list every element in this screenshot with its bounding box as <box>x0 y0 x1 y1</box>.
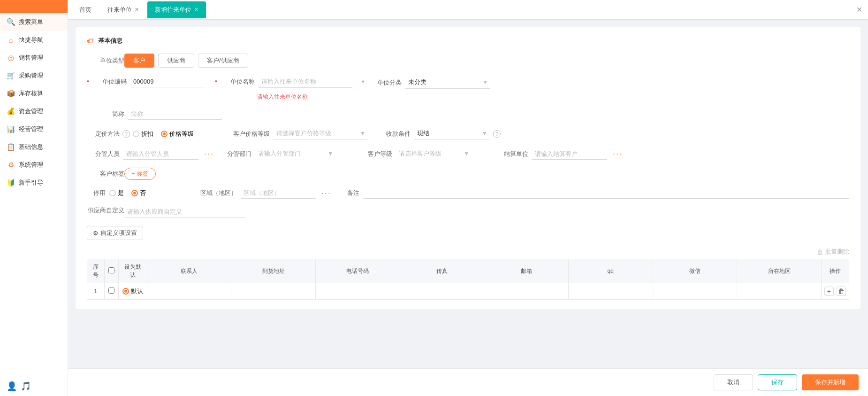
sidebar-item-quick-nav[interactable]: ⌂ 快捷导航 <box>0 31 68 49</box>
customer-level-select[interactable]: 请选择客户等级 ▼ <box>396 148 471 160</box>
default-radio-item[interactable]: 默认 <box>122 287 144 295</box>
th-region: 所在地区 <box>737 259 822 283</box>
sidebar-item-guide[interactable]: 🔰 新手引导 <box>0 174 68 192</box>
department-group: 分管部门 请输入分管部门 ▼ <box>223 148 355 160</box>
department-select[interactable]: 请输入分管部门 ▼ <box>255 148 335 160</box>
manager-more-icon[interactable]: ··· <box>204 149 214 159</box>
tabs-bar: 首页 往来单位 ✕ 新增往来单位 ✕ ✕ <box>68 0 868 20</box>
th-email: 邮箱 <box>484 259 569 283</box>
td-wechat[interactable] <box>653 283 737 300</box>
td-address[interactable] <box>231 283 316 300</box>
td-contact[interactable] <box>147 283 231 300</box>
contact-table-section: 🗑 批量删除 序号 设为默认 联系人 到货地址 电话号码 传真 <box>87 248 849 300</box>
region-input[interactable] <box>241 187 316 199</box>
sidebar-item-label: 搜索菜单 <box>19 18 43 26</box>
home-icon: ⌂ <box>7 36 15 44</box>
sidebar-item-label: 快捷导航 <box>19 36 43 44</box>
add-tag-button[interactable]: + 标签 <box>124 168 156 180</box>
region-input-cell[interactable] <box>740 288 818 295</box>
th-wechat: 微信 <box>653 259 737 283</box>
sidebar-item-purchase[interactable]: 🛒 采购管理 <box>0 67 68 85</box>
td-phone[interactable] <box>316 283 400 300</box>
tab-partner-close[interactable]: ✕ <box>135 7 139 13</box>
cancel-button[interactable]: 取消 <box>714 374 753 390</box>
tag-label: 客户标签 <box>87 170 124 178</box>
sidebar-item-inventory[interactable]: 📦 库存核算 <box>0 85 68 102</box>
th-phone: 电话号码 <box>316 259 400 283</box>
customer-price-label: 客户价格等级 <box>228 130 270 138</box>
settlement-input[interactable] <box>532 148 607 160</box>
tab-home[interactable]: 首页 <box>72 1 99 18</box>
search-icon: 🔍 <box>7 18 15 26</box>
remark-input[interactable] <box>363 187 849 199</box>
add-row-button[interactable]: + <box>824 287 834 296</box>
short-name-label: 简称 <box>87 110 124 118</box>
email-input[interactable] <box>487 288 565 295</box>
category-arrow-icon: ▼ <box>482 79 488 85</box>
sidebar-item-operations[interactable]: 📊 经营管理 <box>0 120 68 138</box>
row-checkbox[interactable] <box>108 287 114 294</box>
row-action-buttons: + 🗑 <box>824 287 846 296</box>
disable-radio-no[interactable]: 否 <box>131 189 146 197</box>
pricing-radio-discount[interactable]: 折扣 <box>133 130 153 138</box>
contact-input[interactable] <box>150 288 228 295</box>
disable-region-remark-row: 停用 是 否 区域（地区） <box>87 187 849 199</box>
tab-new-partner[interactable]: 新增往来单位 ✕ <box>147 1 206 18</box>
qq-input[interactable] <box>571 288 650 295</box>
manager-input[interactable] <box>123 148 198 160</box>
section-header: 🏷 基本信息 <box>87 37 849 45</box>
sidebar-item-search[interactable]: 🔍 搜索菜单 <box>0 13 68 31</box>
sidebar-music-icon[interactable]: 🎵 <box>21 381 31 391</box>
custom-settings-button[interactable]: ⚙ 自定义项设置 <box>87 226 143 240</box>
sidebar-item-basic-info[interactable]: 📋 基础信息 <box>0 138 68 156</box>
code-input[interactable] <box>130 76 206 87</box>
close-all-tabs[interactable]: ✕ <box>854 3 864 16</box>
disable-label: 停用 <box>87 189 106 197</box>
td-qq[interactable] <box>568 283 653 300</box>
save-new-button[interactable]: 保存并新增 <box>802 374 859 390</box>
settlement-more-icon[interactable]: ··· <box>613 149 623 159</box>
sidebar-item-sales[interactable]: ◎ 销售管理 <box>0 49 68 67</box>
wechat-input[interactable] <box>656 288 734 295</box>
short-name-input[interactable] <box>128 109 222 120</box>
price-level-radio-circle <box>161 131 168 137</box>
batch-delete-button[interactable]: 🗑 批量删除 <box>817 248 849 256</box>
region-more-icon[interactable]: ··· <box>321 188 331 198</box>
short-name-group: 简称 <box>87 109 222 120</box>
payment-help-icon[interactable]: ? <box>493 130 501 138</box>
phone-input[interactable] <box>319 288 397 295</box>
category-value: 未分类 <box>408 78 482 86</box>
sidebar-user-icon[interactable]: 👤 <box>7 381 17 391</box>
supplier-custom-label: 供应商自定义 <box>87 206 124 215</box>
region-label: 区域（地区） <box>199 189 237 197</box>
btn-customer[interactable]: 客户 <box>124 54 154 68</box>
td-email[interactable] <box>484 283 569 300</box>
td-region[interactable] <box>737 283 822 300</box>
btn-both[interactable]: 客户/供应商 <box>198 54 248 68</box>
customer-price-select[interactable]: 请选择客户价格等级 ▼ <box>274 127 367 140</box>
btn-supplier[interactable]: 供应商 <box>158 54 194 68</box>
manager-group: 分管人员 ··· <box>87 148 214 160</box>
category-select[interactable]: 未分类 ▼ <box>405 76 490 89</box>
pricing-help-icon[interactable]: ? <box>122 130 130 138</box>
pricing-radio-price-level[interactable]: 价格等级 <box>161 130 194 138</box>
th-seq: 序号 <box>87 259 105 283</box>
supplier-custom-input[interactable] <box>124 206 246 217</box>
disable-radio-yes[interactable]: 是 <box>109 189 124 197</box>
payment-select[interactable]: 现结 ▼ <box>414 127 489 140</box>
customer-price-group: 客户价格等级 请选择客户价格等级 ▼ <box>228 127 368 140</box>
address-input[interactable] <box>234 288 312 295</box>
sidebar-item-finance[interactable]: 💰 资金管理 <box>0 102 68 120</box>
save-button[interactable]: 保存 <box>758 374 797 390</box>
sidebar-item-system[interactable]: ⚙ 系统管理 <box>0 156 68 174</box>
name-input[interactable] <box>259 76 352 87</box>
fax-input[interactable] <box>403 288 481 295</box>
td-fax[interactable] <box>400 283 484 300</box>
disable-radio-group: 是 否 <box>109 189 146 197</box>
delete-row-button[interactable]: 🗑 <box>837 287 846 296</box>
select-all-checkbox[interactable] <box>108 267 114 273</box>
tab-new-partner-close[interactable]: ✕ <box>194 7 198 13</box>
sidebar-item-label: 新手引导 <box>19 179 43 187</box>
payment-label: 收款条件 <box>378 130 411 138</box>
tab-partner[interactable]: 往来单位 ✕ <box>100 1 146 18</box>
